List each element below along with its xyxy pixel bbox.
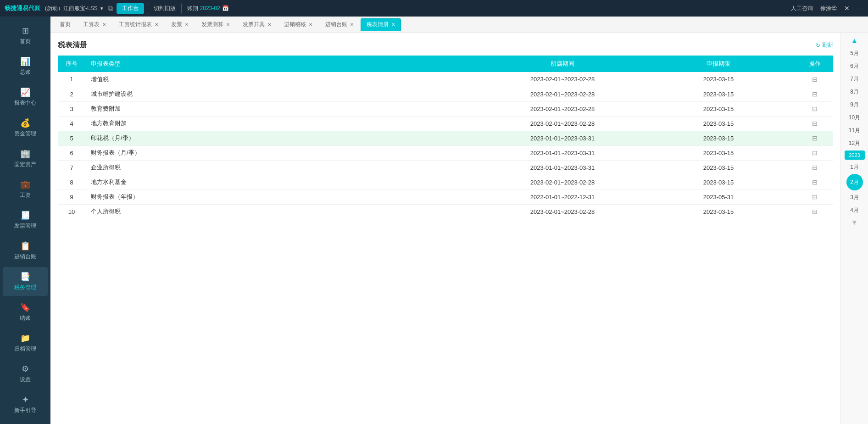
tab-purchase-ledger-close[interactable]: ✕ xyxy=(350,22,354,27)
sidebar-item-label: 总账 xyxy=(20,68,31,76)
copy-icon[interactable]: ⧉ xyxy=(108,4,113,12)
table-row: 9 财务报表（年报） 2022-01-01~2022-12-31 2023-05… xyxy=(58,190,833,204)
month-6[interactable]: 6月 xyxy=(845,60,865,72)
scroll-up-icon[interactable]: ▲ xyxy=(851,37,858,45)
tab-tax-clearance[interactable]: 税表清册 ✕ xyxy=(361,18,401,31)
cell-deadline: 2023-03-15 xyxy=(640,72,796,87)
month-10[interactable]: 10月 xyxy=(845,112,865,123)
cell-period: 2023-01-01~2023-03-31 xyxy=(484,131,640,145)
cell-action: ⊟ xyxy=(796,87,833,101)
period-label: 账期 2023-02 📅 xyxy=(187,5,229,12)
page-title-bar: 税表清册 ↻ 刷新 xyxy=(58,40,833,50)
cell-action: ⊟ xyxy=(796,175,833,190)
table-row: 7 企业所得税 2023-01-01~2023-03-31 2023-03-15… xyxy=(58,160,833,175)
sidebar-item-ledger[interactable]: 📊 总账 xyxy=(3,52,48,81)
company-dropdown-icon[interactable]: ▼ xyxy=(100,6,104,11)
cell-no: 2 xyxy=(58,87,85,101)
table-row: 5 印花税（月/季） 2023-01-01~2023-03-31 2023-03… xyxy=(58,131,833,145)
action-doc-icon[interactable]: ⊟ xyxy=(812,193,818,201)
calendar-icon[interactable]: 📅 xyxy=(222,5,229,11)
sidebar-item-settle[interactable]: 🔖 结账 xyxy=(3,298,48,327)
sidebar-item-settings[interactable]: ⚙ 设置 xyxy=(3,359,48,388)
cell-type: 财务报表（年报） xyxy=(85,190,484,204)
scroll-down-icon[interactable]: ▼ xyxy=(851,218,858,227)
action-doc-icon[interactable]: ⊟ xyxy=(812,208,818,215)
cell-action: ⊟ xyxy=(796,72,833,87)
action-doc-icon[interactable]: ⊟ xyxy=(812,164,818,171)
tab-purchase-ledger[interactable]: 进销台账 ✕ xyxy=(319,18,360,31)
cell-period: 2023-02-01~2023-02-28 xyxy=(484,175,640,190)
main-page: 税表清册 ↻ 刷新 序号 申报表类型 所属期间 申报期限 操作 xyxy=(50,33,840,424)
sidebar-item-fund[interactable]: 💰 资金管理 xyxy=(3,113,48,142)
cell-action: ⊟ xyxy=(796,145,833,160)
tab-purchase-review-close[interactable]: ✕ xyxy=(309,22,312,27)
company-selector[interactable]: (勿动）江西服宝-LSS ▼ xyxy=(45,5,104,12)
tab-tax-clearance-close[interactable]: ✕ xyxy=(391,22,395,27)
user-service[interactable]: 人工咨询 xyxy=(791,5,813,12)
user-name: 徐涂华 xyxy=(820,5,837,12)
cell-action: ⊟ xyxy=(796,204,833,219)
sidebar-item-guide[interactable]: ✦ 新手引导 xyxy=(3,390,48,419)
sidebar-item-salary[interactable]: 💼 工资 xyxy=(3,175,48,204)
month-2-active[interactable]: 2月 xyxy=(846,174,863,190)
month-7[interactable]: 7月 xyxy=(845,73,865,85)
invoice-icon: 🧾 xyxy=(20,210,30,220)
month-5[interactable]: 5月 xyxy=(845,47,865,59)
main-layout: ⊞ 首页 📊 总账 📈 报表中心 💰 资金管理 🏢 固定资产 💼 工资 🧾 发票… xyxy=(0,17,868,424)
cell-no: 7 xyxy=(58,160,85,175)
action-doc-icon[interactable]: ⊟ xyxy=(812,120,818,127)
tab-invoice-calc[interactable]: 发票测算 ✕ xyxy=(195,18,236,31)
month-8[interactable]: 8月 xyxy=(845,86,865,98)
action-doc-icon[interactable]: ⊟ xyxy=(812,134,818,142)
action-doc-icon[interactable]: ⊟ xyxy=(812,179,818,186)
sidebar-item-invoice-mgmt[interactable]: 🧾 发票管理 xyxy=(3,206,48,234)
tab-salary-report[interactable]: 工资统计报表 ✕ xyxy=(113,18,164,31)
sidebar-item-purchase[interactable]: 📋 进销台账 xyxy=(3,236,48,265)
tab-invoice-close[interactable]: ✕ xyxy=(185,22,189,27)
tab-invoice-calc-close[interactable]: ✕ xyxy=(226,22,230,27)
refresh-button[interactable]: ↻ 刷新 xyxy=(816,41,833,49)
month-3[interactable]: 3月 xyxy=(845,191,865,203)
sidebar-item-archive[interactable]: 📁 归档管理 xyxy=(3,329,48,357)
workspace-button[interactable]: 工作台 xyxy=(117,3,144,14)
sidebar-item-fixed[interactable]: 🏢 固定资产 xyxy=(3,144,48,173)
cell-no: 10 xyxy=(58,204,85,219)
tab-salary-report-close[interactable]: ✕ xyxy=(155,22,158,27)
minimize-icon[interactable]: — xyxy=(857,5,863,12)
tab-invoice[interactable]: 发票 ✕ xyxy=(165,18,195,31)
tab-salary-close[interactable]: ✕ xyxy=(102,22,106,27)
right-panel: ▲ 5月 6月 7月 8月 9月 10月 11月 12月 2023 1月 2月 … xyxy=(840,33,868,424)
action-doc-icon[interactable]: ⊟ xyxy=(812,149,818,156)
switch-button[interactable]: 切到旧版 xyxy=(148,3,182,14)
close-icon[interactable]: ✕ xyxy=(844,5,850,12)
cell-deadline: 2023-03-15 xyxy=(640,116,796,131)
table-body: 1 增值税 2023-02-01~2023-02-28 2023-03-15 ⊟… xyxy=(58,72,833,219)
year-2023-tag: 2023 xyxy=(845,151,865,160)
page-content: 税表清册 ↻ 刷新 序号 申报表类型 所属期间 申报期限 操作 xyxy=(50,33,868,424)
tab-home[interactable]: 首页 xyxy=(54,18,76,31)
tab-purchase-review[interactable]: 进销稽核 ✕ xyxy=(278,18,318,31)
month-12[interactable]: 12月 xyxy=(845,137,865,149)
month-4[interactable]: 4月 xyxy=(845,204,865,216)
sidebar-item-home[interactable]: ⊞ 首页 xyxy=(3,21,48,50)
action-doc-icon[interactable]: ⊟ xyxy=(812,90,818,98)
month-11[interactable]: 11月 xyxy=(845,124,865,136)
tab-salary[interactable]: 工资表 ✕ xyxy=(77,18,112,31)
col-period: 所属期间 xyxy=(484,56,640,72)
tab-invoice-open-close[interactable]: ✕ xyxy=(267,22,271,27)
action-doc-icon[interactable]: ⊟ xyxy=(812,105,818,112)
month-9[interactable]: 9月 xyxy=(845,99,865,111)
table-row: 8 地方水利基金 2023-02-01~2023-02-28 2023-03-1… xyxy=(58,175,833,190)
tab-invoice-open[interactable]: 发票开具 ✕ xyxy=(237,18,277,31)
home-icon: ⊞ xyxy=(22,26,29,36)
purchase-icon: 📋 xyxy=(20,241,30,251)
month-1[interactable]: 1月 xyxy=(845,161,865,173)
cell-type: 地方水利基金 xyxy=(85,175,484,190)
sidebar-item-member[interactable]: ♦ 畅会员 xyxy=(3,421,48,424)
sidebar-item-report[interactable]: 📈 报表中心 xyxy=(3,83,48,112)
action-doc-icon[interactable]: ⊟ xyxy=(812,76,818,83)
sidebar-item-label: 新手引导 xyxy=(14,407,36,414)
sidebar-item-tax[interactable]: 📑 税务管理 xyxy=(3,267,48,296)
company-name: (勿动）江西服宝-LSS xyxy=(45,5,98,12)
cell-action: ⊟ xyxy=(796,116,833,131)
